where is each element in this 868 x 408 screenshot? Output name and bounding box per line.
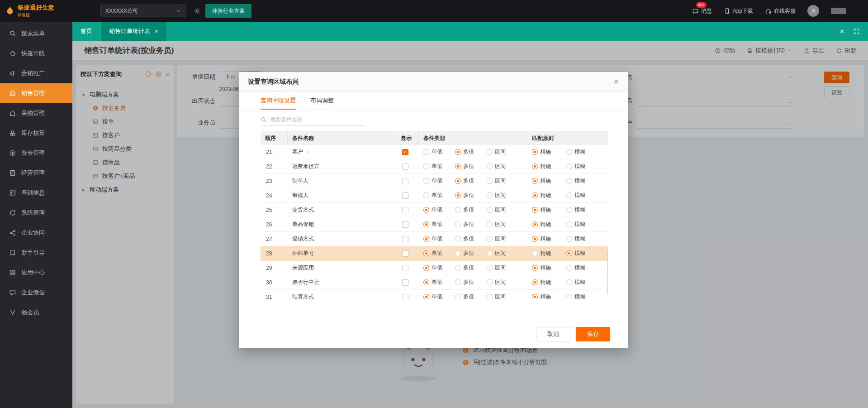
scrollbar-thumb[interactable]	[607, 250, 608, 295]
chevron-down-icon[interactable]	[306, 149, 311, 154]
sidebar-item-appcenter[interactable]: 应用中心	[0, 263, 72, 283]
show-checkbox[interactable]	[402, 265, 408, 271]
radio-type[interactable]: 多值	[455, 148, 487, 156]
radio-type[interactable]: 单值	[423, 235, 455, 243]
table-row-25[interactable]: 25交货方式单值多值区间精确模糊	[261, 203, 608, 217]
show-checkbox[interactable]	[402, 294, 408, 299]
condition-search-input[interactable]	[270, 116, 365, 123]
show-checkbox[interactable]	[402, 149, 408, 155]
trial-plan-button[interactable]: 体验行业方案	[205, 4, 251, 18]
radio-match[interactable]: 模糊	[566, 163, 601, 170]
show-checkbox[interactable]	[402, 221, 408, 228]
sidebar-item-marketing[interactable]: 营销推广	[0, 63, 72, 83]
radio-match[interactable]: 模糊	[566, 293, 601, 299]
sidebar-item-quicknav[interactable]: 快捷导航	[0, 43, 72, 63]
radio-match[interactable]: 精确	[532, 148, 566, 156]
radio-type[interactable]: 多值	[455, 177, 487, 185]
show-checkbox[interactable]	[402, 192, 408, 199]
radio-match[interactable]: 精确	[532, 206, 566, 214]
radio-type[interactable]: 多值	[455, 206, 487, 214]
radio-type[interactable]: 区间	[487, 206, 518, 214]
sidebar-item-sales[interactable]: 销售管理	[0, 83, 72, 103]
table-row-29[interactable]: 29来源应用单值多值区间精确模糊	[261, 261, 608, 275]
radio-match[interactable]: 模糊	[566, 264, 601, 272]
table-row-23[interactable]: 23制单人单值多值区间精确模糊	[261, 174, 608, 188]
radio-type[interactable]: 单值	[423, 206, 455, 214]
sidebar-item-funds[interactable]: 资金管理	[0, 143, 72, 163]
radio-match[interactable]: 模糊	[566, 235, 601, 243]
radio-type[interactable]: 多值	[455, 250, 487, 257]
gear-icon[interactable]	[194, 7, 201, 14]
radio-type[interactable]: 区间	[487, 250, 518, 257]
radio-type[interactable]: 单值	[423, 148, 455, 156]
show-checkbox[interactable]	[402, 279, 408, 286]
app-download-button[interactable]: App下载	[724, 7, 753, 15]
table-row-27[interactable]: 27促销方式单值多值区间精确模糊	[261, 232, 608, 246]
radio-match[interactable]: 精确	[532, 177, 566, 185]
radio-type[interactable]: 区间	[487, 235, 518, 243]
radio-match[interactable]: 模糊	[566, 221, 601, 228]
radio-type[interactable]: 区间	[487, 293, 518, 299]
sidebar-item-inventory[interactable]: 库存核算	[0, 123, 72, 143]
sidebar-item-system[interactable]: 系统管理	[0, 203, 72, 223]
radio-type[interactable]: 单值	[423, 177, 455, 185]
avatar[interactable]	[807, 5, 819, 17]
radio-type[interactable]: 单值	[423, 250, 455, 257]
radio-type[interactable]: 单值	[423, 221, 455, 228]
close-all-tabs-icon[interactable]: ✕	[840, 28, 844, 35]
sidebar-item-wechat[interactable]: 企业微信	[0, 283, 72, 302]
radio-type[interactable]: 区间	[487, 264, 518, 272]
sidebar-item-member[interactable]: 畅会员	[0, 302, 72, 322]
radio-match[interactable]: 模糊	[566, 206, 601, 214]
radio-match[interactable]: 模糊	[566, 250, 601, 257]
radio-type[interactable]: 区间	[487, 221, 518, 228]
radio-type[interactable]: 单值	[423, 163, 455, 170]
radio-type[interactable]: 单值	[423, 264, 455, 272]
cancel-button[interactable]: 取消	[536, 327, 570, 341]
sidebar-item-purchase[interactable]: 采购管理	[0, 103, 72, 123]
radio-match[interactable]: 精确	[532, 293, 566, 299]
radio-match[interactable]: 模糊	[566, 177, 601, 185]
radio-type[interactable]: 单值	[423, 278, 455, 286]
messages-button[interactable]: 99+ 消息	[692, 7, 712, 15]
show-checkbox[interactable]	[402, 236, 408, 242]
sidebar-item-search[interactable]: 搜索菜单	[0, 24, 72, 43]
online-service-button[interactable]: 在线客服	[765, 7, 796, 15]
radio-type[interactable]: 多值	[455, 278, 487, 286]
radio-match[interactable]: 精确	[532, 250, 566, 257]
radio-match[interactable]: 模糊	[566, 148, 601, 156]
radio-type[interactable]: 区间	[487, 278, 518, 286]
radio-match[interactable]: 模糊	[566, 192, 601, 199]
modal-tab-0[interactable]: 查询字段设置	[261, 92, 296, 110]
radio-type[interactable]: 多值	[455, 163, 487, 170]
close-icon[interactable]: ✕	[613, 77, 619, 86]
radio-type[interactable]: 多值	[455, 293, 487, 299]
sidebar-item-collab[interactable]: 企业协同	[0, 223, 72, 243]
table-row-30[interactable]: 30是否行中止单值多值区间精确模糊	[261, 275, 608, 290]
tab-close-icon[interactable]: ✕	[154, 29, 158, 34]
table-row-21[interactable]: 21客户单值多值区间精确模糊	[261, 145, 608, 159]
table-row-26[interactable]: 26单品促销单值多值区间精确模糊	[261, 217, 608, 232]
sidebar-item-operation[interactable]: 经营管理	[0, 163, 72, 183]
modal-tab-1[interactable]: 布局调整	[310, 92, 334, 110]
table-row-31[interactable]: 31结算方式单值多值区间精确模糊	[261, 290, 608, 299]
radio-type[interactable]: 多值	[455, 264, 487, 272]
radio-type[interactable]: 多值	[455, 235, 487, 243]
tab-1[interactable]: 销售订单统计表✕	[101, 22, 167, 41]
table-row-24[interactable]: 24审核人单值多值区间精确模糊	[261, 188, 608, 203]
sidebar-item-guide[interactable]: 新手引导	[0, 243, 72, 263]
tab-0[interactable]: 首页	[72, 22, 101, 41]
radio-type[interactable]: 多值	[455, 192, 487, 199]
radio-type[interactable]: 多值	[455, 221, 487, 228]
radio-match[interactable]: 模糊	[566, 278, 601, 286]
table-row-22[interactable]: 22运费承担方单值多值区间精确模糊	[261, 159, 608, 174]
radio-match[interactable]: 精确	[532, 278, 566, 286]
fullscreen-icon[interactable]	[854, 28, 860, 34]
radio-match[interactable]: 精确	[532, 264, 566, 272]
save-button[interactable]: 保存	[576, 327, 610, 341]
radio-match[interactable]: 精确	[532, 221, 566, 228]
radio-type[interactable]: 单值	[423, 293, 455, 299]
radio-match[interactable]: 精确	[532, 163, 566, 170]
radio-match[interactable]: 精确	[532, 235, 566, 243]
company-select[interactable]: XXXXXX公司	[100, 5, 186, 17]
